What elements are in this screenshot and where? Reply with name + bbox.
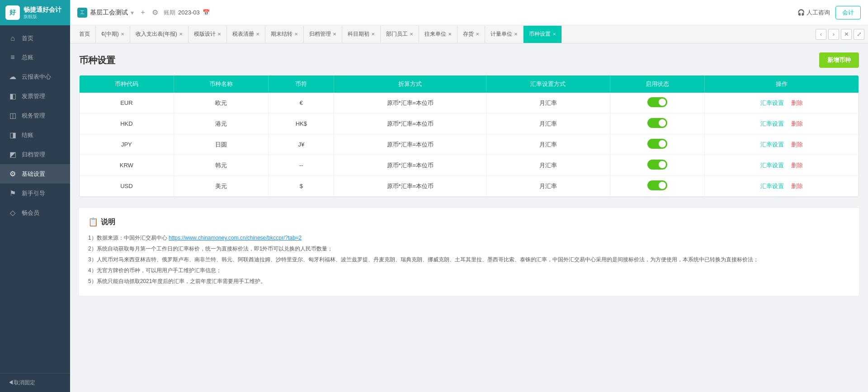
rate-setting-link[interactable]: 汇率设置 xyxy=(760,120,784,127)
tab-midterm-close[interactable]: ✕ xyxy=(121,32,124,37)
tab-archive-close[interactable]: ✕ xyxy=(333,32,336,37)
settings-icon: ⚙ xyxy=(8,170,17,178)
toggle-enabled[interactable] xyxy=(647,118,667,128)
sidebar-item-invoice-label: 发票管理 xyxy=(22,92,45,100)
delete-link[interactable]: 删除 xyxy=(791,99,803,106)
col-method: 折算方式 xyxy=(334,76,486,93)
page-header: 币种设置 新增币种 xyxy=(79,52,859,68)
delete-link[interactable]: 删除 xyxy=(791,120,803,127)
delete-link[interactable]: 删除 xyxy=(791,141,803,148)
tab-annual-close[interactable]: ✕ xyxy=(179,32,183,37)
table-row: JPY 日圆 J¥ 原币*汇率=本位币 月汇率 汇率设置 删除 xyxy=(80,134,859,155)
rate-setting-link[interactable]: 汇率设置 xyxy=(760,141,784,148)
external-link[interactable]: https://www.chinamoney.com.cn/chinese/bk… xyxy=(169,235,302,241)
sidebar-item-member[interactable]: ◇ 畅会员 xyxy=(0,203,70,222)
tab-subjects[interactable]: 科目期初 ✕ xyxy=(342,26,381,43)
cell-actions: 汇率设置 删除 xyxy=(705,93,859,113)
sidebar-pin-toggle[interactable]: ◀取消固定 xyxy=(0,373,70,392)
sidebar-item-ledger[interactable]: ≡ 总账 xyxy=(0,48,70,67)
rate-setting-link[interactable]: 汇率设置 xyxy=(760,183,784,189)
add-tab-btn[interactable]: ＋ xyxy=(139,8,146,17)
tab-units-close[interactable]: ✕ xyxy=(514,32,518,37)
delete-link[interactable]: 删除 xyxy=(791,162,803,169)
calendar-icon[interactable]: 📅 xyxy=(203,9,210,16)
delete-link[interactable]: 删除 xyxy=(791,183,803,189)
tab-period-end-close[interactable]: ✕ xyxy=(294,32,298,37)
settings-gear-icon[interactable]: ⚙ xyxy=(152,8,158,17)
tab-inventory[interactable]: 存货 ✕ xyxy=(458,26,485,43)
tab-vendors[interactable]: 往来单位 ✕ xyxy=(419,26,458,43)
tab-period-end-label: 期末结转 xyxy=(271,30,292,38)
tab-period-end[interactable]: 期末结转 ✕ xyxy=(265,26,304,43)
cell-name: 美元 xyxy=(174,176,268,197)
sidebar-item-guide[interactable]: ⚑ 新手引导 xyxy=(0,184,70,203)
tab-tax-close[interactable]: ✕ xyxy=(256,32,259,37)
sidebar-item-settings[interactable]: ⚙ 基础设置 xyxy=(0,164,70,184)
tab-expand-btn[interactable]: ⤢ xyxy=(854,29,864,40)
cell-actions: 汇率设置 删除 xyxy=(705,134,859,155)
cell-symbol: HK$ xyxy=(269,113,334,134)
tab-dept[interactable]: 部门员工 ✕ xyxy=(381,26,419,43)
tab-annual-label: 收入支出表(年报) xyxy=(136,30,177,38)
tab-close-all-btn[interactable]: ✕ xyxy=(841,29,852,40)
invoice-icon: ◧ xyxy=(8,92,17,100)
sidebar-nav: ⌂ 首页 ≡ 总账 ☁ 云报表中心 ◧ 发票管理 ◫ 税务管理 ◨ 结账 ◩ 归… xyxy=(0,25,70,373)
tab-currency-close[interactable]: ✕ xyxy=(552,32,556,37)
main-area: 工 基层工会测试 ▾ ＋ ⚙ 账期 2023-03 📅 🎧 人工咨询 会计 首页… xyxy=(70,0,868,392)
cell-status xyxy=(610,134,704,155)
note-body: 1）数据来源：中国外汇交易中心 https://www.chinamoney.c… xyxy=(88,232,850,287)
tab-dept-close[interactable]: ✕ xyxy=(410,32,413,37)
role-btn[interactable]: 会计 xyxy=(835,6,861,19)
tab-archive[interactable]: 归档管理 ✕ xyxy=(304,26,342,43)
toggle-enabled[interactable] xyxy=(647,139,667,149)
rate-setting-link[interactable]: 汇率设置 xyxy=(760,99,784,106)
tab-inventory-close[interactable]: ✕ xyxy=(476,32,479,37)
archive-icon: ◩ xyxy=(8,150,17,159)
sidebar-item-invoice[interactable]: ◧ 发票管理 xyxy=(0,86,70,106)
tab-vendors-close[interactable]: ✕ xyxy=(448,32,452,37)
col-code: 币种代码 xyxy=(80,76,174,93)
sidebar-item-home-label: 首页 xyxy=(22,34,33,43)
cell-rate-type: 月汇率 xyxy=(486,176,610,197)
tab-currency[interactable]: 币种设置 ✕ xyxy=(524,26,562,43)
table-row: HKD 港元 HK$ 原币*汇率=本位币 月汇率 汇率设置 删除 xyxy=(80,113,859,134)
tab-units[interactable]: 计量单位 ✕ xyxy=(485,26,524,43)
tab-midterm[interactable]: ¢(中期) ✕ xyxy=(96,26,130,43)
tab-home[interactable]: 首页 xyxy=(74,26,96,43)
new-currency-btn[interactable]: 新增币种 xyxy=(819,52,859,68)
tab-archive-label: 归档管理 xyxy=(309,30,331,38)
col-name: 币种名称 xyxy=(174,76,268,93)
tab-dept-label: 部门员工 xyxy=(386,30,408,38)
sidebar-item-archive[interactable]: ◩ 归档管理 xyxy=(0,145,70,164)
sidebar: 好 畅捷通好会计 旗舰版 ⌂ 首页 ≡ 总账 ☁ 云报表中心 ◧ 发票管理 ◫ … xyxy=(0,0,70,392)
toggle-enabled[interactable] xyxy=(647,180,667,190)
cell-code: JPY xyxy=(80,134,174,155)
tab-template-close[interactable]: ✕ xyxy=(217,32,221,37)
tab-tax[interactable]: 税表清册 ✕ xyxy=(227,26,265,43)
cell-name: 欧元 xyxy=(174,93,268,113)
help-btn[interactable]: 🎧 人工咨询 xyxy=(797,9,830,17)
tab-prev-btn[interactable]: ‹ xyxy=(816,29,826,40)
toggle-enabled[interactable] xyxy=(647,97,667,107)
sidebar-item-tax[interactable]: ◫ 税务管理 xyxy=(0,106,70,125)
note-item: 3）人民币对马来西亚林吉特、俄罗斯卢布、南非兰特、韩元、阿联酋迪拉姆、沙特里亚尔… xyxy=(88,254,850,265)
tab-next-btn[interactable]: › xyxy=(828,29,839,40)
tab-subjects-close[interactable]: ✕ xyxy=(371,32,375,37)
cell-name: 港元 xyxy=(174,113,268,134)
cell-symbol: J¥ xyxy=(269,134,334,155)
sidebar-item-close[interactable]: ◨ 结账 xyxy=(0,125,70,145)
table-header-row: 币种代码 币种名称 币符 折算方式 汇率设置方式 启用状态 操作 xyxy=(80,76,859,93)
company-selector[interactable]: 工 基层工会测试 ▾ xyxy=(77,8,134,18)
rate-setting-link[interactable]: 汇率设置 xyxy=(760,162,784,169)
cell-symbol: $ xyxy=(269,176,334,197)
sidebar-item-home[interactable]: ⌂ 首页 xyxy=(0,29,70,48)
cell-actions: 汇率设置 删除 xyxy=(705,155,859,176)
tab-annual[interactable]: 收入支出表(年报) ✕ xyxy=(130,26,189,43)
tab-inventory-label: 存货 xyxy=(463,30,474,38)
sidebar-item-archive-label: 归档管理 xyxy=(22,151,45,159)
tab-template[interactable]: 模版设计 ✕ xyxy=(189,26,227,43)
toggle-enabled[interactable] xyxy=(647,160,667,170)
home-icon: ⌂ xyxy=(8,34,17,43)
sidebar-item-guide-label: 新手引导 xyxy=(22,189,45,198)
sidebar-item-reports[interactable]: ☁ 云报表中心 xyxy=(0,67,70,86)
